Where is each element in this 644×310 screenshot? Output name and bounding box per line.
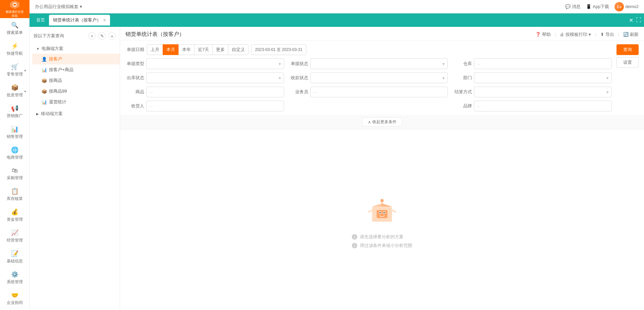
tab-sales-stat-label: 销货单统计表（按客户）: [53, 17, 101, 23]
out-status-chevron: ▾: [279, 75, 281, 81]
close-window-btn[interactable]: ✕: [629, 17, 633, 23]
date-btn-7days[interactable]: 近7天: [194, 44, 212, 55]
operations-icon: 📈: [11, 229, 18, 237]
date-btn-this-month[interactable]: 本月: [163, 44, 178, 55]
help-button[interactable]: ❓ 帮助: [535, 32, 551, 38]
scheme-item-by-goods[interactable]: 📦 按商品: [32, 75, 120, 86]
order-type-input[interactable]: ▾: [146, 58, 284, 69]
app-download-button[interactable]: 📱 App下载: [586, 4, 609, 10]
purchase-icon: 🛍: [12, 167, 18, 174]
filter-cell-salesperson: 业务员 ···: [289, 87, 448, 97]
download-icon: 📱: [586, 4, 591, 9]
filter-cell-dept: 部门 ▾: [453, 72, 612, 83]
settings-button[interactable]: 设置: [616, 57, 639, 68]
tab-bar: 首页 销货单统计表（按客户） ✕ ✕ ⛶: [30, 13, 644, 27]
scheme-item-return-stat[interactable]: 📊 退货统计: [32, 97, 120, 107]
sidebar-item-sales[interactable]: 📊 销售管理: [0, 122, 29, 143]
query-button[interactable]: 查询: [616, 44, 639, 55]
sidebar-item-quick-nav[interactable]: ⚡ 快捷导航: [0, 39, 29, 60]
scheme-item-by-goods-99[interactable]: 📦 按商品99: [32, 86, 120, 97]
sidebar-item-wholesale[interactable]: 📦 批发管理: [0, 81, 29, 101]
scheme-group-desktop-items: 👤 按客户 📊 按客户+商品 📦 按商品 📦 按商品99: [30, 54, 120, 107]
brand-input[interactable]: ···: [474, 101, 612, 111]
quick-nav-icon: ⚡: [11, 42, 18, 50]
sidebar-item-inventory[interactable]: 📋 库存核算: [0, 184, 29, 205]
filter-cell-order-status: 单据状态 ▾: [289, 58, 448, 69]
date-btn-last-month[interactable]: 上月: [147, 44, 163, 55]
sidebar-item-purchase[interactable]: 🛍 采购管理: [0, 164, 29, 184]
svg-point-9: [383, 212, 385, 213]
sidebar-item-ecommerce[interactable]: 🌐 电商管理: [0, 143, 29, 164]
scheme-panel: 按以下方案查询 + ✎ « ▼ 电脑端方案 👤 按客户 📊 按: [30, 27, 120, 310]
scheme-group-mobile-title[interactable]: ▶ 移动端方案: [30, 109, 120, 119]
svg-marker-2: [372, 203, 382, 207]
payment-status-input[interactable]: ▾: [310, 72, 448, 83]
sidebar-label-operations: 经营管理: [7, 238, 23, 243]
tab-close-icon[interactable]: ✕: [103, 18, 106, 22]
tab-home[interactable]: 首页: [32, 15, 49, 25]
salesperson-input[interactable]: ···: [310, 87, 448, 97]
sidebar-label-purchase: 采购管理: [7, 175, 23, 181]
scheme-panel-header: 按以下方案查询 + ✎ «: [30, 30, 120, 42]
warehouse-input[interactable]: ···: [474, 58, 612, 69]
sidebar-label-ecommerce: 电商管理: [7, 155, 23, 160]
sidebar-item-finance[interactable]: 💰 资金管理: [0, 205, 29, 226]
print-icon: 🖨: [560, 32, 564, 37]
collapse-button[interactable]: ∧ 收起更多条件: [362, 117, 402, 126]
filter-cell-out-status: 出库状态 ▾: [125, 72, 284, 83]
fullscreen-btn[interactable]: ⛶: [636, 17, 641, 23]
divider-3: |: [618, 32, 619, 37]
username: demo2: [625, 4, 639, 9]
sidebar-item-retail[interactable]: 🛒 零售管理: [0, 60, 29, 81]
scheme-item-return-stat-label: 退货统计: [49, 99, 66, 105]
scheme-item-by-customer-goods[interactable]: 📊 按客户+商品: [32, 64, 120, 75]
account-selector[interactable]: 办公用品行业模拟账套 ▾: [35, 4, 82, 10]
user-profile[interactable]: Ea demo2: [614, 2, 639, 11]
goods-input[interactable]: ···: [146, 87, 284, 97]
settlement-input[interactable]: ▾: [474, 87, 612, 97]
print-button[interactable]: 🖨 按模板打印 ▾: [560, 32, 591, 38]
export-button[interactable]: ⬆ 导出: [600, 32, 614, 38]
date-btn-custom[interactable]: 自定义: [228, 44, 249, 55]
collapse-scheme-button[interactable]: «: [108, 32, 116, 40]
search-icon: 🔍: [11, 21, 18, 29]
sidebar-item-operations[interactable]: 📈 经营管理: [0, 226, 29, 247]
order-status-label: 单据状态: [289, 61, 308, 67]
message-button[interactable]: 💬 消息: [565, 4, 581, 10]
sidebar-item-system[interactable]: ⚙️ 系统管理: [0, 267, 29, 288]
out-status-input[interactable]: ▾: [146, 72, 284, 83]
refresh-button[interactable]: 🔄 刷新: [623, 32, 639, 38]
sidebar-item-basic-info[interactable]: 📝 基础信息: [0, 247, 29, 267]
dept-input[interactable]: ▾: [474, 72, 612, 83]
collapse-bar[interactable]: ∧ 收起更多条件: [120, 115, 644, 130]
print-label: 按模板打印: [566, 32, 587, 38]
sidebar-label-quick-nav: 快捷导航: [7, 51, 23, 56]
sidebar-label-marketing: 营销推广: [7, 113, 23, 119]
date-range-display[interactable]: 2023-03-01 至 2023-03-31: [251, 44, 306, 55]
hint-num-1: 1: [352, 234, 357, 240]
order-status-chevron: ▾: [442, 61, 445, 66]
sidebar-item-marketing[interactable]: 📢 营销推广: [0, 101, 29, 122]
help-icon: ❓: [535, 32, 541, 37]
add-scheme-button[interactable]: +: [88, 32, 96, 40]
refresh-label: 刷新: [630, 32, 639, 38]
date-btn-more[interactable]: 更多: [212, 44, 228, 55]
tab-sales-stat[interactable]: 销货单统计表（按客户） ✕: [49, 15, 110, 25]
order-type-chevron: ▾: [279, 61, 281, 66]
scheme-group-desktop-title[interactable]: ▼ 电脑端方案: [30, 44, 120, 54]
sidebar-item-enterprise[interactable]: 🤝 企业协同: [0, 288, 29, 309]
collapse-up-icon: ∧: [368, 120, 371, 124]
receiver-input[interactable]: ···: [146, 101, 284, 111]
date-btn-this-year[interactable]: 本年: [178, 44, 194, 55]
content-wrapper: 按以下方案查询 + ✎ « ▼ 电脑端方案 👤 按客户 📊 按: [30, 27, 644, 310]
avatar: Ea: [614, 2, 624, 11]
finance-icon: 💰: [11, 208, 18, 216]
order-status-input[interactable]: ▾: [310, 58, 448, 69]
sidebar: 畅捷通好生意 标版 🔍 搜索菜单 ⚡ 快捷导航 🛒 零售管理 📦 批发管理 📢 …: [0, 0, 30, 310]
scheme-panel-title: 按以下方案查询: [34, 33, 86, 39]
customer-scheme-icon: 👤: [42, 57, 47, 62]
filter-cell-goods: 商品 ···: [125, 87, 284, 97]
sidebar-item-search[interactable]: 🔍 搜索菜单: [0, 18, 29, 39]
scheme-item-by-customer[interactable]: 👤 按客户: [32, 54, 120, 64]
edit-scheme-button[interactable]: ✎: [98, 32, 106, 40]
